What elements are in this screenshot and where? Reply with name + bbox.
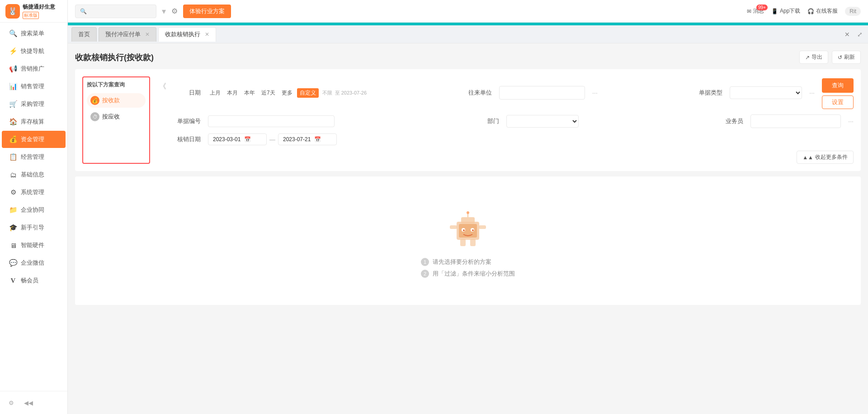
dept-select[interactable] [506, 115, 579, 128]
filter-option-by-receivable[interactable]: ⏱ 按应收 [87, 109, 146, 124]
filter-option-by-receipt[interactable]: 💰 按收款 [87, 93, 146, 108]
chevron-down-icon[interactable]: ▾ [162, 6, 166, 16]
counterpart-input[interactable] [499, 86, 585, 100]
verification-start-date[interactable]: 2023-03-01 📅 [208, 133, 267, 145]
main-area: 🔍 ▾ ⚙ 体验行业方案 ✉ 消息 99+ 📱 App下载 🎧 在线客服 Rit [68, 0, 868, 414]
verification-end-date[interactable]: 2023-07-21 📅 [278, 133, 337, 145]
date-more[interactable]: 更多 [280, 88, 294, 98]
tab-prepay-close[interactable]: ✕ [145, 31, 150, 38]
sidebar-item-inventory[interactable]: 🏠 库存核算 [2, 113, 66, 130]
message-badge: 99+ [756, 5, 768, 10]
empty-svg [445, 204, 491, 249]
hardware-icon: 🖥 [9, 242, 17, 249]
search-menu-icon: 🔍 [9, 29, 17, 38]
sidebar-item-vip[interactable]: V 畅会员 [2, 272, 66, 289]
industry-btn[interactable]: 体验行业方案 [183, 5, 231, 18]
app-download-btn[interactable]: 📱 App下载 [771, 7, 800, 15]
logo-icon: 🐰 [5, 4, 20, 19]
counterpart-dots[interactable]: ··· [592, 89, 598, 96]
tab-home[interactable]: 首页 [71, 27, 97, 42]
close-all-tabs-btn[interactable]: ✕ [843, 29, 852, 40]
sales-icon: 📊 [9, 82, 17, 90]
counterpart-label: 往来单位 [467, 89, 492, 97]
sidebar-item-marketing[interactable]: 📢 营销推广 [2, 60, 66, 77]
tip-1-num: 1 [421, 258, 429, 266]
sidebar-item-purchase[interactable]: 🛒 采购管理 [2, 95, 66, 113]
message-icon: ✉ [747, 8, 751, 14]
quick-nav-icon: ⚡ [9, 47, 17, 55]
empty-state: 1 请先选择要分析的方案 2 用「过滤」条件来缩小分析范围 [75, 176, 861, 305]
sidebar-item-search-menu[interactable]: 🔍 搜索菜单 [2, 25, 66, 42]
collapse-more-btn[interactable]: ▲▲ 收起更多条件 [797, 151, 854, 164]
sidebar-item-label-guide: 新手引导 [21, 224, 44, 232]
sidebar: 🐰 畅捷通好生意 标准版 🔍 搜索菜单 ⚡ 快捷导航 📢 营销推广 📊 销售管理… [0, 0, 68, 414]
expand-tab-btn[interactable]: ⤢ [855, 29, 864, 40]
query-button[interactable]: 查询 [822, 78, 854, 93]
collapse-sidebar-btn[interactable]: ◀◀ [22, 396, 35, 409]
collapse-filter-btn[interactable]: 《 [157, 80, 168, 93]
enterprise-icon: 📁 [9, 206, 17, 214]
online-service-btn[interactable]: 🎧 在线客服 [807, 7, 838, 15]
guide-icon: 🎓 [9, 224, 17, 232]
empty-tip-2: 2 用「过滤」条件来缩小分析范围 [421, 270, 515, 278]
date-no-limit: 不限 [322, 90, 332, 96]
verification-end-value: 2023-07-21 [283, 136, 311, 143]
empty-illustration [445, 204, 491, 249]
collapse-more-label: 收起更多条件 [815, 153, 848, 161]
user-avatar[interactable]: Rit [845, 7, 861, 16]
sidebar-item-basic-info[interactable]: 🗂 基础信息 [2, 166, 66, 183]
sidebar-item-system[interactable]: ⚙ 系统管理 [2, 184, 66, 201]
sidebar-item-quick-nav[interactable]: ⚡ 快捷导航 [2, 43, 66, 60]
by-receipt-label: 按收款 [102, 96, 120, 105]
sidebar-item-finance[interactable]: 💰 资金管理 [2, 131, 66, 148]
sidebar-item-label-search-menu: 搜索菜单 [21, 29, 44, 38]
filter-actions: ▲▲ 收起更多条件 [175, 151, 854, 164]
sidebar-item-hardware[interactable]: 🖥 智能硬件 [2, 237, 66, 254]
service-label: 在线客服 [816, 7, 838, 15]
tab-receipt-offset[interactable]: 收款核销执行 ✕ [158, 27, 216, 42]
date-this-month[interactable]: 本月 [225, 88, 240, 98]
staff-dots[interactable]: ··· [848, 118, 854, 125]
date-last-7days[interactable]: 近7天 [259, 88, 277, 98]
empty-tips: 1 请先选择要分析的方案 2 用「过滤」条件来缩小分析范围 [421, 258, 515, 278]
settings-bottom-btn[interactable]: ⚙ [5, 396, 18, 409]
refresh-label: 刷新 [844, 53, 855, 61]
doc-type-dots[interactable]: ··· [809, 89, 815, 96]
svg-point-8 [467, 211, 469, 214]
tip-2-text: 用「过滤」条件来缩小分析范围 [433, 270, 515, 278]
calendar-end-icon: 📅 [314, 136, 321, 143]
topbar-search[interactable]: 🔍 [75, 5, 156, 18]
doc-no-input[interactable] [208, 115, 335, 127]
filter-row-3: 核销日期 2023-03-01 📅 — 2023-07-21 📅 [175, 133, 854, 145]
doc-no-label: 单据编号 [175, 117, 201, 125]
date-last-month[interactable]: 上月 [208, 88, 222, 98]
query-btn-area: 查询 设置 [822, 76, 854, 109]
settings-button[interactable]: 设置 [822, 95, 854, 109]
logo-title: 畅捷通好生意 [23, 3, 55, 11]
date-this-year[interactable]: 本年 [242, 88, 257, 98]
sidebar-item-label-finance: 资金管理 [21, 135, 44, 143]
svg-point-5 [472, 229, 474, 231]
basic-info-icon: 🗂 [9, 171, 17, 179]
tab-prepay[interactable]: 预付冲应付单 ✕ [99, 27, 156, 42]
topbar: 🔍 ▾ ⚙ 体验行业方案 ✉ 消息 99+ 📱 App下载 🎧 在线客服 Rit [68, 0, 868, 23]
sidebar-item-enterprise[interactable]: 📁 企业协同 [2, 201, 66, 219]
tab-receipt-offset-close[interactable]: ✕ [205, 31, 209, 38]
sidebar-item-operation[interactable]: 📋 经营管理 [2, 148, 66, 166]
export-button[interactable]: ↗ 导出 [799, 51, 828, 64]
by-receivable-label: 按应收 [102, 113, 120, 121]
by-receipt-icon: 💰 [90, 96, 99, 105]
date-custom[interactable]: 自定义 [297, 88, 319, 98]
date-label: 日期 [175, 89, 201, 97]
sidebar-item-guide[interactable]: 🎓 新手引导 [2, 219, 66, 236]
message-btn[interactable]: ✉ 消息 99+ [747, 7, 764, 15]
sidebar-item-sales[interactable]: 📊 销售管理 [2, 78, 66, 95]
tab-receipt-offset-label: 收款核销执行 [165, 30, 200, 38]
gear-icon[interactable]: ⚙ [171, 7, 178, 15]
staff-input[interactable] [750, 114, 841, 128]
sidebar-item-wechat[interactable]: 💬 企业微信 [2, 254, 66, 271]
filter-scheme-panel: 按以下方案查询 💰 按收款 ⏱ 按应收 [82, 76, 150, 164]
sidebar-item-label-wechat: 企业微信 [21, 259, 44, 267]
refresh-button[interactable]: ↺ 刷新 [832, 51, 861, 64]
doc-type-select[interactable] [730, 86, 802, 99]
